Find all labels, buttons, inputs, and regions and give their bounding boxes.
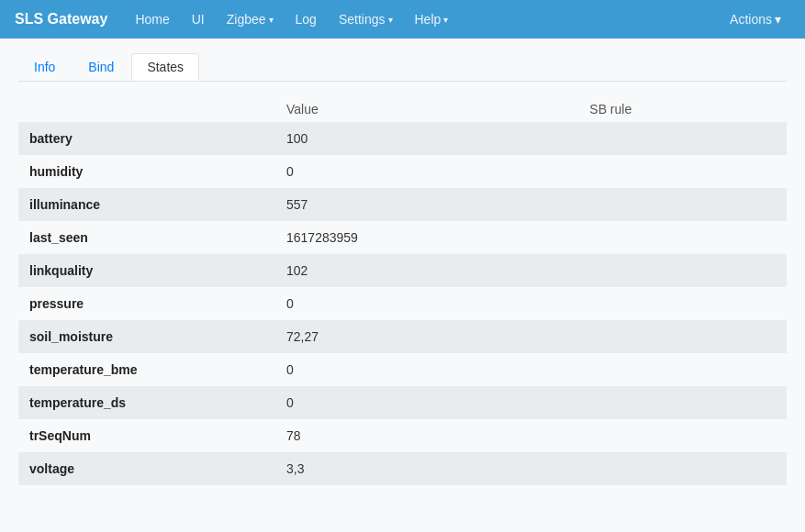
- row-sbrule: [578, 320, 787, 353]
- row-value: 3,3: [275, 452, 578, 485]
- nav-ui[interactable]: UI: [183, 6, 214, 32]
- nav-help[interactable]: Help ▾: [406, 6, 458, 32]
- row-key: temperature_bme: [18, 353, 275, 386]
- nav-help-label: Help: [415, 12, 442, 27]
- row-value: 0: [275, 287, 578, 320]
- nav-settings[interactable]: Settings ▾: [330, 6, 402, 32]
- row-value: 102: [275, 254, 578, 287]
- row-key: last_seen: [18, 221, 275, 254]
- nav-settings-label: Settings: [339, 12, 386, 27]
- row-sbrule: [578, 254, 787, 287]
- chevron-down-icon-3: ▾: [443, 15, 448, 25]
- row-value: 0: [275, 155, 578, 188]
- table-row: soil_moisture 72,27: [18, 320, 787, 353]
- row-value: 0: [275, 386, 578, 419]
- row-value: 72,27: [275, 320, 578, 353]
- row-sbrule: [578, 221, 787, 254]
- row-sbrule: [578, 287, 787, 320]
- row-key: trSeqNum: [18, 419, 275, 452]
- row-value: 78: [275, 419, 578, 452]
- nav-log-label: Log: [296, 12, 317, 27]
- table-row: voltage 3,3: [18, 452, 787, 485]
- table-row: humidity 0: [18, 155, 787, 188]
- row-value: 0: [275, 353, 578, 386]
- row-key: voltage: [18, 452, 275, 485]
- table-row: illuminance 557: [18, 188, 787, 221]
- row-sbrule: [578, 386, 787, 419]
- table-row: last_seen 1617283959: [18, 221, 787, 254]
- row-sbrule: [578, 155, 787, 188]
- row-key: pressure: [18, 287, 275, 320]
- row-sbrule: [578, 122, 787, 155]
- row-key: temperature_ds: [18, 386, 275, 419]
- nav-zigbee[interactable]: Zigbee ▾: [218, 6, 283, 32]
- row-value: 1617283959: [275, 221, 578, 254]
- table-row: temperature_bme 0: [18, 353, 787, 386]
- table-row: trSeqNum 78: [18, 419, 787, 452]
- nav-home-label: Home: [135, 12, 169, 27]
- tab-states[interactable]: States: [131, 53, 199, 81]
- actions-menu[interactable]: Actions ▾: [721, 6, 790, 32]
- table-row: temperature_ds 0: [18, 386, 787, 419]
- row-value: 557: [275, 188, 578, 221]
- main-content: Info Bind States Value SB rule battery 1…: [0, 39, 805, 500]
- col-key-header: [18, 96, 275, 122]
- nav-zigbee-label: Zigbee: [227, 12, 266, 27]
- col-value-header: Value: [275, 96, 578, 122]
- nav-home[interactable]: Home: [126, 6, 178, 32]
- row-sbrule: [578, 419, 787, 452]
- row-value: 100: [275, 122, 578, 155]
- nav-log[interactable]: Log: [286, 6, 326, 32]
- table-header: Value SB rule: [18, 96, 787, 122]
- chevron-down-icon: ▾: [269, 15, 274, 25]
- states-table: Value SB rule battery 100 humidity 0 ill…: [18, 96, 787, 485]
- brand-logo[interactable]: SLS Gateway: [15, 11, 107, 28]
- chevron-down-icon-2: ▾: [388, 15, 393, 25]
- table-row: pressure 0: [18, 287, 787, 320]
- table-body: battery 100 humidity 0 illuminance 557 l…: [18, 122, 787, 485]
- row-key: linkquality: [18, 254, 275, 287]
- actions-label: Actions: [730, 12, 772, 27]
- col-sbrule-header: SB rule: [578, 96, 787, 122]
- row-key: soil_moisture: [18, 320, 275, 353]
- nav-items: Home UI Zigbee ▾ Log Settings ▾ Help ▾: [126, 6, 721, 32]
- row-sbrule: [578, 452, 787, 485]
- tab-info[interactable]: Info: [18, 53, 71, 81]
- actions-button[interactable]: Actions ▾: [721, 6, 790, 32]
- row-key: battery: [18, 122, 275, 155]
- chevron-down-icon-4: ▾: [775, 12, 781, 27]
- tab-bind[interactable]: Bind: [73, 53, 129, 81]
- navbar: SLS Gateway Home UI Zigbee ▾ Log Setting…: [0, 0, 805, 39]
- row-sbrule: [578, 353, 787, 386]
- row-key: humidity: [18, 155, 275, 188]
- tab-bar: Info Bind States: [18, 53, 787, 82]
- row-key: illuminance: [18, 188, 275, 221]
- table-row: linkquality 102: [18, 254, 787, 287]
- nav-ui-label: UI: [192, 12, 205, 27]
- row-sbrule: [578, 188, 787, 221]
- table-row: battery 100: [18, 122, 787, 155]
